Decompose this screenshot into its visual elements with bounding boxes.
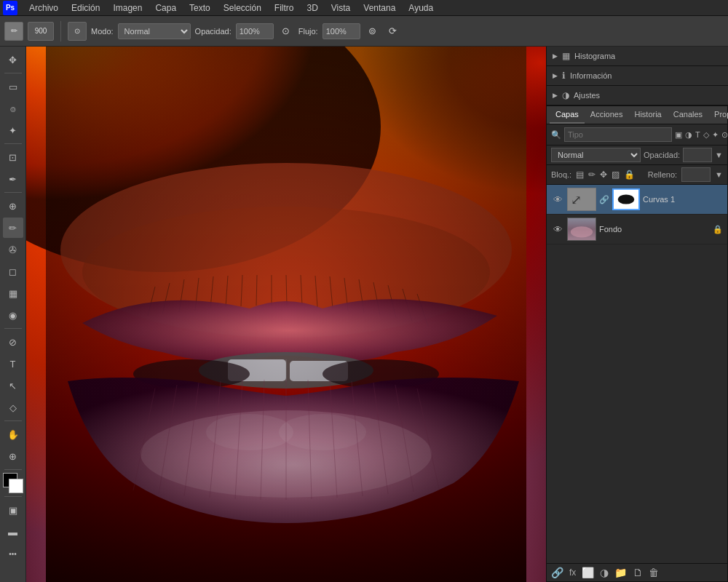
info-icon: ℹ (562, 71, 566, 81)
tab-historia[interactable]: Historia (628, 106, 667, 124)
menu-archivo[interactable]: Archivo (23, 1, 64, 15)
lock-position-icon[interactable]: ✥ (600, 170, 607, 180)
path-select-tool[interactable]: ↖ (3, 375, 23, 396)
svg-rect-46 (46, 47, 526, 582)
new-adjustment-btn[interactable]: ◑ (600, 567, 609, 578)
menu-filtro[interactable]: Filtro (269, 1, 300, 15)
lock-all-icon[interactable]: 🔒 (624, 170, 635, 180)
opacity-chevron[interactable]: ▼ (715, 151, 723, 159)
adjustments-label: Ajustes (574, 91, 600, 100)
new-group-btn[interactable]: 📁 (614, 567, 627, 578)
layer-item-fondo[interactable]: 👁 (547, 215, 727, 244)
menu-imagen[interactable]: Imagen (107, 1, 148, 15)
airbrush-btn[interactable]: ⊚ (365, 23, 381, 39)
menu-capa[interactable]: Capa (149, 1, 182, 15)
fill-chevron[interactable]: ▼ (715, 170, 723, 179)
shape-tool[interactable]: ◇ (3, 397, 23, 418)
link-layers-btn[interactable]: 🔗 (551, 567, 563, 578)
tab-acciones[interactable]: Acciones (585, 106, 629, 124)
svg-point-52 (571, 226, 593, 237)
opacity-dropdown[interactable]: 100% (236, 23, 274, 39)
new-layer-btn[interactable]: 🗋 (633, 567, 643, 578)
menu-texto[interactable]: Texto (183, 1, 216, 15)
eyedropper-tool[interactable]: ✒ (3, 169, 23, 189)
brush-size-btn[interactable]: 900 (28, 22, 54, 41)
lasso-tool[interactable]: ⌾ (3, 98, 23, 119)
lock-paint-icon[interactable]: ✏ (588, 170, 596, 180)
flow-dropdown[interactable]: 100% (323, 23, 360, 39)
tab-canales[interactable]: Canales (668, 106, 708, 124)
opacity-label: Opacidad: (644, 151, 680, 159)
crop-tool[interactable]: ⊡ (3, 147, 23, 167)
brush-tool-indicator[interactable]: ✏ (4, 22, 23, 41)
brush-tool[interactable]: ✏ (3, 218, 23, 238)
tab-capas[interactable]: Capas (550, 106, 585, 124)
clone-tool[interactable]: ✇ (3, 239, 23, 260)
more-tools[interactable]: ••• (3, 543, 23, 564)
blend-mode-dropdown[interactable]: Normal (118, 23, 191, 39)
sep1 (60, 21, 61, 41)
svg-point-50 (618, 194, 635, 204)
healing-tool[interactable]: ⊕ (3, 196, 23, 216)
svg-text:⤢: ⤢ (571, 193, 582, 207)
smoothing-btn[interactable]: ⟳ (385, 23, 401, 39)
fill-input[interactable]: 100% (681, 167, 711, 182)
text-tool[interactable]: T (3, 354, 23, 374)
quick-mask-mode[interactable]: ▣ (3, 500, 23, 520)
gradient-tool[interactable]: ▦ (3, 283, 23, 303)
pressure-opacity-btn[interactable]: ⊙ (278, 23, 294, 39)
shape-filter-icon[interactable]: ◇ (703, 130, 709, 140)
tab-propiedades[interactable]: Propiedades (708, 106, 728, 124)
pixel-filter-icon[interactable]: ▣ (675, 130, 682, 140)
layer-thumbnail-curvas1: ⤢ (567, 188, 596, 211)
layer-item-curvas1[interactable]: 👁 ⤢ 🔗 (547, 185, 727, 215)
info-panel-header[interactable]: ▶ ℹ Información (547, 66, 728, 86)
layer-chain-curvas1[interactable]: 🔗 (599, 195, 609, 204)
menu-vista[interactable]: Vista (325, 1, 356, 15)
menu-3d[interactable]: 3D (301, 1, 323, 15)
dodge-tool[interactable]: ◉ (3, 305, 23, 325)
fondo-thumbnail-svg (568, 218, 596, 241)
marquee-tool[interactable]: ▭ (3, 76, 23, 97)
layer-visibility-curvas1[interactable]: 👁 (551, 194, 564, 205)
pressure-btn[interactable]: ⊙ (68, 22, 87, 41)
type-filter-icon[interactable]: T (695, 130, 700, 140)
lock-transparency-icon[interactable]: ▤ (576, 170, 584, 180)
zoom-tool[interactable]: ⊕ (3, 446, 23, 466)
histogram-panel-header[interactable]: ▶ ▦ Histograma (547, 47, 728, 66)
screen-mode[interactable]: ▬ (3, 522, 23, 542)
opacity-input[interactable]: 100% (683, 148, 712, 162)
hand-tool[interactable]: ✋ (3, 424, 23, 445)
adjustments-panel-header[interactable]: ▶ ◑ Ajustes (547, 86, 728, 105)
delete-layer-btn[interactable]: 🗑 (649, 567, 659, 578)
opacity-label: Opacidad: (195, 27, 232, 36)
tools-sep-4 (4, 328, 22, 329)
curves-thumbnail-svg: ⤢ (568, 188, 596, 210)
eraser-tool[interactable]: ◻ (3, 261, 23, 282)
canvas-image (26, 47, 546, 582)
magic-wand-tool[interactable]: ✦ (3, 120, 23, 140)
add-mask-btn[interactable]: ⬜ (582, 567, 594, 578)
tools-sep-5 (4, 420, 22, 421)
tools-sep-3 (4, 192, 22, 193)
options-bar: ✏ 900 ⊙ Modo: Normal Opacidad: 100% ⊙ Fl… (0, 16, 728, 47)
adjustment-filter-icon[interactable]: ◑ (685, 130, 692, 140)
add-style-btn[interactable]: fx (569, 567, 576, 578)
smart-filter-icon[interactable]: ✦ (712, 130, 719, 140)
menu-bar: Ps Archivo Edición Imagen Capa Texto Sel… (0, 0, 728, 16)
foreground-color[interactable] (3, 473, 23, 493)
mode-label: Modo: (91, 27, 114, 36)
canvas-area[interactable] (26, 47, 546, 582)
lock-artboard-icon[interactable]: ▨ (612, 170, 620, 180)
pen-tool[interactable]: ⊘ (3, 332, 23, 352)
menu-edicion[interactable]: Edición (66, 1, 106, 15)
toggle-filter-icon[interactable]: ⊙ (721, 130, 728, 140)
menu-ayuda[interactable]: Ayuda (403, 1, 439, 15)
layer-blend-mode[interactable]: Normal Multiply Screen (551, 148, 641, 162)
menu-ventana[interactable]: Ventana (357, 1, 401, 15)
menu-seleccion[interactable]: Selección (218, 1, 267, 15)
layers-type-filter[interactable] (564, 127, 672, 142)
layer-filter-icons: ▣ ◑ T ◇ ✦ (675, 130, 719, 140)
move-tool[interactable]: ✥ (3, 49, 23, 70)
layer-visibility-fondo[interactable]: 👁 (551, 224, 564, 235)
